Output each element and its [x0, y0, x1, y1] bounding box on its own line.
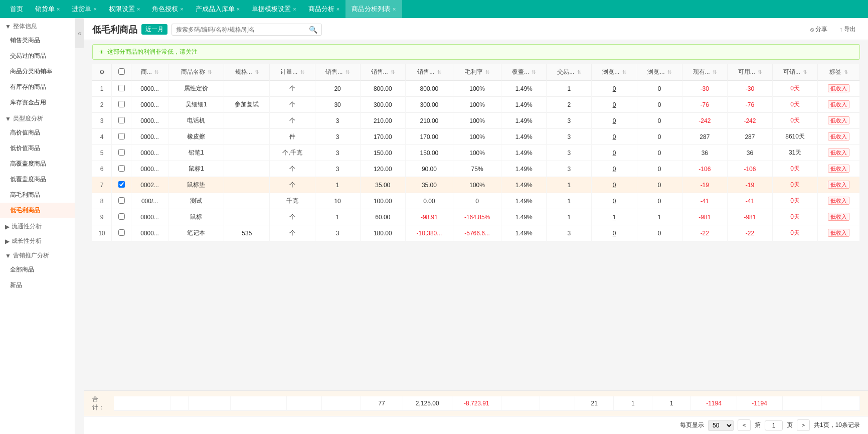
next-page-button[interactable]: ＞ — [797, 419, 810, 431]
nav-item-商品分析[interactable]: 商品分析× — [302, 0, 345, 18]
col-sales-profit[interactable]: 销售... ⇅ — [405, 64, 453, 81]
row-views1: 1 — [592, 209, 637, 225]
nav-item-进货单[interactable]: 进货单× — [66, 0, 102, 18]
sidebar-collapse-button[interactable]: « — [75, 18, 84, 48]
nav-item-首页[interactable]: 首页 — [4, 0, 29, 18]
row-sales-amount: 800.00 — [360, 81, 405, 97]
export-button[interactable]: ↑ 导出 — [835, 23, 860, 36]
row-sales-profit: -98.91 — [405, 209, 453, 225]
col-name[interactable]: 商品名称 ⇅ — [168, 64, 224, 81]
row-number: 4 — [92, 129, 112, 145]
row-checkbox[interactable] — [118, 101, 125, 107]
sidebar-item-交易过的商品[interactable]: 交易过的商品 — [0, 48, 75, 64]
search-icon[interactable]: 🔍 — [309, 26, 317, 34]
row-views1: 0 — [592, 81, 637, 97]
sidebar-item-低价值商品[interactable]: 低价值商品 — [0, 140, 75, 156]
nav-item-角色授权[interactable]: 角色授权× — [146, 0, 189, 18]
row-unit: 件 — [270, 129, 315, 145]
col-gross-margin[interactable]: 毛利率 ⇅ — [453, 64, 501, 81]
row-current-stock: -19 — [682, 177, 727, 193]
close-icon[interactable]: × — [137, 6, 140, 12]
row-unit: 个,千克 — [270, 145, 315, 161]
col-available[interactable]: 可用... ⇅ — [727, 64, 772, 81]
select-all-checkbox[interactable] — [118, 68, 125, 75]
chevron-icon: ▶ — [5, 238, 10, 245]
col-unit[interactable]: 计量... ⇅ — [270, 64, 315, 81]
sidebar-item-高覆盖度商品[interactable]: 高覆盖度商品 — [0, 156, 75, 172]
col-current-stock[interactable]: 现有... ⇅ — [682, 64, 727, 81]
col-views2[interactable]: 浏览... ⇅ — [637, 64, 682, 81]
row-sales-qty: 3 — [315, 113, 360, 129]
col-sales-amount[interactable]: 销售... ⇅ — [360, 64, 405, 81]
col-checkbox[interactable] — [112, 64, 131, 81]
col-code[interactable]: 商... ⇅ — [131, 64, 168, 81]
sidebar-item-低毛利商品[interactable]: 低毛利商品 — [0, 203, 75, 218]
sidebar-item-有库存的商品[interactable]: 有库存的商品 — [0, 79, 75, 95]
sidebar-item-库存资金占用[interactable]: 库存资金占用 — [0, 95, 75, 110]
table-row: 50000...铅笔1个,千克3150.00150.00100%1.49%300… — [92, 145, 860, 161]
nav-item-单据模板设置[interactable]: 单据模板设置× — [246, 0, 302, 18]
sidebar-group-整体信息[interactable]: ▼整体信息 — [0, 18, 75, 33]
col-settings[interactable]: ⚙ — [92, 64, 112, 81]
sidebar-group-流通性分析[interactable]: ▶流通性分析 — [0, 218, 75, 233]
sidebar-item-销售类商品[interactable]: 销售类商品 — [0, 33, 75, 48]
row-checkbox[interactable] — [118, 229, 125, 236]
col-trans-count[interactable]: 交易... ⇅ — [547, 64, 592, 81]
col-sales-qty[interactable]: 销售... ⇅ — [315, 64, 360, 81]
per-page-select[interactable]: 50 100 200 — [708, 420, 734, 431]
row-saleable: 0天 — [773, 161, 818, 177]
nav-item-产成品入库单[interactable]: 产成品入库单× — [190, 0, 246, 18]
row-gross-margin: -164.85% — [453, 209, 501, 225]
close-icon[interactable]: × — [180, 6, 183, 12]
row-views2: 0 — [637, 97, 682, 113]
row-checkbox[interactable] — [118, 213, 125, 220]
col-tag[interactable]: 标签 ⇅ — [818, 64, 860, 81]
nav-item-权限设置[interactable]: 权限设置× — [103, 0, 146, 18]
row-code: 0000... — [131, 145, 168, 161]
search-box[interactable]: 🔍 — [171, 24, 322, 36]
row-checkbox[interactable] — [118, 165, 125, 172]
col-saleable[interactable]: 可销... ⇅ — [773, 64, 818, 81]
row-current-stock: 36 — [682, 145, 727, 161]
close-icon[interactable]: × — [237, 6, 240, 12]
row-available: -106 — [727, 161, 772, 177]
nav-item-销货单[interactable]: 销货单× — [29, 0, 66, 18]
close-icon[interactable]: × — [336, 6, 339, 12]
row-checkbox[interactable] — [118, 85, 125, 91]
row-checkbox[interactable] — [118, 181, 125, 188]
row-checkbox[interactable] — [118, 197, 125, 204]
export-icon: ↑ — [839, 26, 842, 33]
sidebar-group-营销推广分析[interactable]: ▼营销推广分析 — [0, 247, 75, 262]
close-icon[interactable]: × — [293, 6, 296, 12]
close-icon[interactable]: × — [93, 6, 96, 12]
close-icon[interactable]: × — [393, 6, 396, 12]
col-views1[interactable]: 浏览... ⇅ — [592, 64, 637, 81]
sidebar-group-成长性分析[interactable]: ▶成长性分析 — [0, 233, 75, 247]
period-badge[interactable]: 近一月 — [141, 24, 167, 35]
nav-item-商品分析列表[interactable]: 商品分析列表× — [345, 0, 402, 18]
sidebar-item-高毛利商品[interactable]: 高毛利商品 — [0, 187, 75, 203]
sidebar-item-全部商品[interactable]: 全部商品 — [0, 262, 75, 277]
row-checkbox-cell — [112, 81, 131, 97]
page-number-input[interactable] — [765, 420, 783, 430]
alert-icon: ☀ — [99, 49, 104, 56]
sidebar-group-类型度分析[interactable]: ▼类型度分析 — [0, 110, 75, 125]
row-saleable: 0天 — [773, 81, 818, 97]
sidebar-item-新品[interactable]: 新品 — [0, 277, 75, 293]
row-checkbox[interactable] — [118, 133, 125, 139]
col-coverage[interactable]: 覆盖... ⇅ — [501, 64, 547, 81]
search-input[interactable] — [176, 26, 309, 33]
row-code: 0000... — [131, 225, 168, 241]
share-button[interactable]: ⎋ 分享 — [806, 23, 831, 36]
prev-page-button[interactable]: ＜ — [738, 419, 751, 431]
row-checkbox[interactable] — [118, 117, 125, 123]
row-views2: 0 — [637, 129, 682, 145]
col-spec[interactable]: 规格... ⇅ — [224, 64, 270, 81]
sidebar-item-商品分类助销率[interactable]: 商品分类助销率 — [0, 64, 75, 79]
sidebar-item-高价值商品[interactable]: 高价值商品 — [0, 125, 75, 140]
close-icon[interactable]: × — [57, 6, 60, 12]
row-sales-qty: 20 — [315, 81, 360, 97]
row-checkbox[interactable] — [118, 149, 125, 156]
row-number: 10 — [92, 225, 112, 241]
sidebar-item-低覆盖度商品[interactable]: 低覆盖度商品 — [0, 172, 75, 187]
